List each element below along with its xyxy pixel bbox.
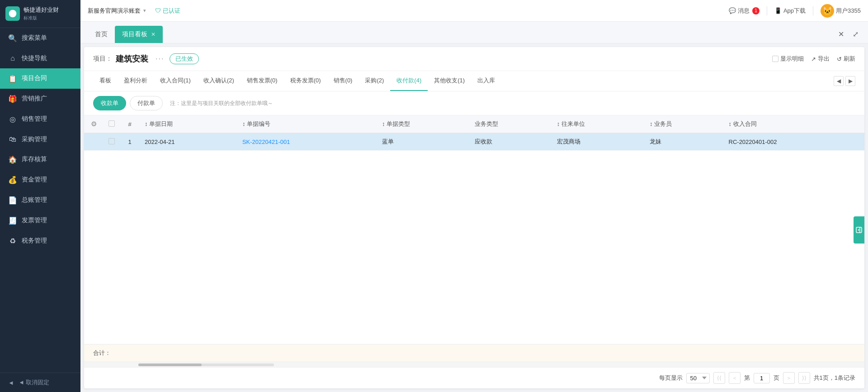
user-menu[interactable]: 🐱 用户3355: [821, 4, 861, 18]
cell-settings: [84, 133, 103, 151]
ledger-icon: 📄: [8, 196, 17, 205]
scrollbar-thumb[interactable]: [138, 363, 202, 366]
sidebar-item-label: 总账管理: [22, 196, 47, 204]
shield-icon: 🛡: [155, 7, 161, 14]
cell-type: 蓝单: [377, 133, 469, 151]
sidebar-item-purchase[interactable]: 🛍 采购管理: [0, 129, 80, 149]
sidebar-item-label: 采购管理: [22, 135, 47, 143]
tab-bar: 首页 项目看板 ✕ ✕ ⤢: [80, 22, 868, 43]
column-settings-icon[interactable]: ⚙: [91, 120, 97, 128]
first-page-button[interactable]: ⟨⟨: [713, 372, 725, 384]
receipts-table: ⚙ # ↕ 单据日期 ↕ 单据编号 ↕ 单据类型: [84, 115, 864, 151]
search-icon: 🔍: [8, 34, 17, 43]
col-biz-type: 业务类型: [469, 115, 551, 133]
col-code-label: ↕ 单据编号: [242, 120, 270, 127]
tab-close-icon[interactable]: ✕: [151, 31, 156, 38]
scrollbar-track: [138, 363, 274, 366]
sidebar-item-project[interactable]: 📋 项目合同: [0, 68, 80, 89]
next-page-button[interactable]: ＞: [783, 372, 795, 384]
app-download-button[interactable]: 📱 App下载: [774, 7, 806, 15]
sidebar-item-sales[interactable]: ◎ 销售管理: [0, 109, 80, 129]
prev-page-button[interactable]: ＜: [729, 372, 741, 384]
cell-partner: 宏茂商场: [552, 133, 644, 151]
maximize-window-button[interactable]: ⤢: [850, 29, 861, 39]
sidebar-item-ledger[interactable]: 📄 总账管理: [0, 190, 80, 210]
subnav-payment[interactable]: 收付款(4): [390, 71, 428, 91]
show-detail-checkbox[interactable]: [772, 56, 778, 62]
show-detail-button[interactable]: 显示明细: [772, 55, 804, 63]
phone-icon: 📱: [774, 7, 782, 14]
last-page-button[interactable]: ⟩⟩: [798, 372, 810, 384]
finance-icon: 💰: [8, 176, 17, 184]
row-checkbox[interactable]: [108, 138, 115, 144]
invoice-icon: 🧾: [8, 216, 17, 225]
subnav-other-income[interactable]: 其他收支(1): [428, 71, 471, 91]
tab-project-board-label: 项目看板: [122, 30, 147, 38]
right-panel-toggle[interactable]: [854, 216, 864, 244]
sidebar-item-quicknav[interactable]: ⌂ 快捷导航: [0, 48, 80, 68]
sidebar-item-marketing[interactable]: 🎁 营销推广: [0, 89, 80, 109]
subnav-profit[interactable]: 盈利分析: [118, 71, 154, 91]
tab-project-board[interactable]: 项目看板 ✕: [115, 26, 163, 43]
col-num: #: [120, 115, 139, 133]
tab-home[interactable]: 首页: [88, 26, 115, 43]
table-row: 1 2022-04-21 SK-20220421-001 蓝单 应收款 宏茂商场…: [84, 133, 864, 151]
page-input[interactable]: [754, 373, 770, 383]
export-label: 导出: [818, 55, 830, 63]
tab-home-label: 首页: [95, 30, 108, 38]
sidebar-item-label: 营销推广: [22, 95, 47, 103]
cell-contract: RC-20220401-002: [723, 133, 864, 151]
total-row: 合计：: [84, 344, 864, 362]
sidebar-item-invoice[interactable]: 🧾 发票管理: [0, 210, 80, 231]
sidebar-nav: 🔍 搜索菜单 ⌂ 快捷导航 📋 项目合同 🎁 营销推广 ◎ 销售管理 🛍 采购管…: [0, 28, 80, 373]
subnav-income-confirm[interactable]: 收入确认(2): [197, 71, 241, 91]
page-suffix: 页: [774, 374, 779, 382]
sidebar-item-finance[interactable]: 💰 资金管理: [0, 170, 80, 190]
subnav-purchase[interactable]: 采购(2): [359, 71, 390, 91]
sub-tab-note: 注：这里是与项目关联的全部收付款单哦～: [170, 100, 273, 107]
cell-num: 1: [120, 133, 139, 151]
select-all-checkbox[interactable]: [108, 120, 115, 127]
col-type: ↕ 单据类型: [377, 115, 469, 133]
sub-tab-receipts[interactable]: 收款单: [93, 96, 126, 110]
subnav-kanban[interactable]: 看板: [93, 71, 118, 91]
show-detail-label: 显示明细: [780, 55, 804, 63]
sub-tab-payments[interactable]: 付款单: [130, 96, 163, 110]
horizontal-scrollbar[interactable]: [84, 362, 864, 367]
sidebar-header: 畅捷通好业财 标准版: [0, 0, 80, 28]
subnav-tax-invoice[interactable]: 税务发票(0): [284, 71, 327, 91]
project-icon: 📋: [8, 74, 17, 83]
more-options-button[interactable]: ···: [156, 55, 164, 63]
project-name: 建筑安装: [116, 53, 148, 64]
subnav-prev-button[interactable]: ◀: [834, 76, 844, 86]
app-logo: [5, 6, 20, 21]
avatar: 🐱: [821, 4, 834, 18]
sidebar-item-tax[interactable]: ♻ 税务管理: [0, 231, 80, 251]
subnav-sales[interactable]: 销售(0): [327, 71, 359, 91]
subnav-next-button[interactable]: ▶: [845, 76, 855, 86]
sidebar-unpin[interactable]: ◄ ◄ 取消固定: [0, 373, 80, 392]
col-partner: ↕ 往来单位: [552, 115, 644, 133]
divider: [813, 6, 813, 15]
chevron-down-icon: ▾: [143, 8, 146, 14]
col-salesperson-label: ↕ 业务员: [650, 120, 672, 127]
export-button[interactable]: ↗ 导出: [811, 55, 830, 63]
account-selector[interactable]: 新服务官网演示账套 ▾: [88, 7, 146, 15]
receipt-code-link[interactable]: SK-20220421-001: [242, 139, 290, 145]
per-page-select[interactable]: 50 100 200: [686, 373, 710, 383]
subnav-income-contract[interactable]: 收入合同(1): [154, 71, 197, 91]
unpin-icon: ◄: [8, 379, 14, 386]
refresh-button[interactable]: ↺ 刷新: [837, 55, 855, 63]
inventory-icon: 🏠: [8, 155, 17, 164]
messages-button[interactable]: 💬 消息 1: [729, 7, 760, 15]
close-window-button[interactable]: ✕: [835, 29, 846, 39]
sidebar-item-search[interactable]: 🔍 搜索菜单: [0, 28, 80, 48]
table-header-row: ⚙ # ↕ 单据日期 ↕ 单据编号 ↕ 单据类型: [84, 115, 864, 133]
tax-icon: ♻: [8, 237, 17, 245]
subnav-inout[interactable]: 出入库: [471, 71, 501, 91]
certified-badge: 🛡 已认证: [155, 7, 180, 15]
sidebar-item-inventory[interactable]: 🏠 库存核算: [0, 149, 80, 170]
unpin-label: ◄ 取消固定: [19, 378, 49, 387]
sidebar: 畅捷通好业财 标准版 🔍 搜索菜单 ⌂ 快捷导航 📋 项目合同 🎁 营销推广 ◎…: [0, 0, 80, 392]
subnav-sales-invoice[interactable]: 销售发票(0): [241, 71, 284, 91]
